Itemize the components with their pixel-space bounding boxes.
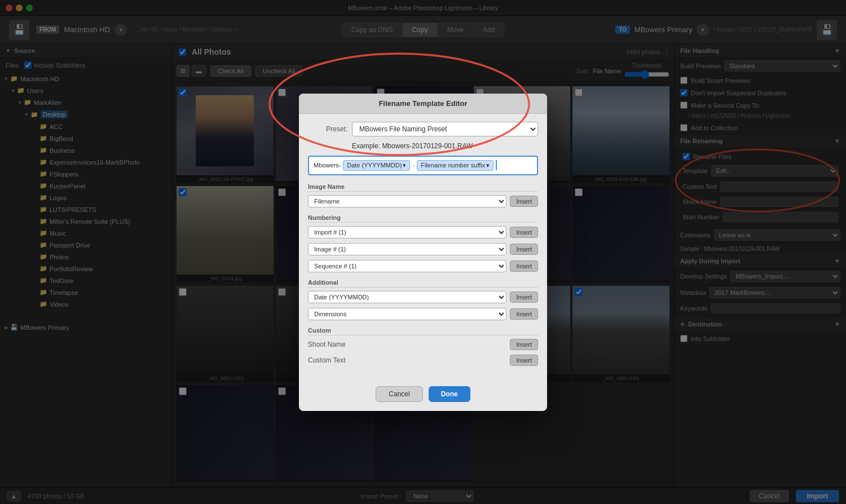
filename-insert-button[interactable]: Insert (510, 196, 538, 207)
token-area[interactable]: Mbowers- Date (YYYYMMDD) ▾ - Filename nu… (308, 156, 538, 175)
token-date-label: Date (YYYYMMDD) (347, 162, 402, 169)
token-filename-suffix[interactable]: Filename number suffix ▾ (417, 160, 493, 171)
modal-done-button[interactable]: Done (429, 386, 470, 402)
cursor (496, 160, 497, 170)
sequence-hash-select[interactable]: Sequence # (1) (308, 260, 506, 272)
shoot-name-row: Shoot Name Insert (308, 339, 538, 350)
custom-text-insert-button[interactable]: Insert (510, 355, 538, 366)
filename-row: Filename Insert (308, 195, 538, 207)
custom-section: Custom Shoot Name Insert Custom Text Ins… (308, 327, 538, 366)
token-mbowers: Mbowers- (314, 162, 341, 169)
modal-preset-select[interactable]: MBowers File Naming Preset (352, 122, 538, 136)
dimensions-select[interactable]: Dimensions (308, 308, 506, 320)
numbering-section: Numbering Import # (1) Insert Image # (1… (308, 214, 538, 272)
import-hash-row: Import # (1) Insert (308, 226, 538, 238)
modal-title: Filename Template Editor (299, 94, 547, 114)
image-hash-row: Image # (1) Insert (308, 243, 538, 255)
token-date-arrow: ▾ (403, 162, 406, 169)
filename-template-editor-modal: Filename Template Editor Preset: MBowers… (299, 94, 547, 411)
import-hash-insert-button[interactable]: Insert (510, 227, 538, 238)
token-suffix-arrow: ▾ (486, 162, 490, 169)
image-hash-select[interactable]: Image # (1) (308, 243, 506, 255)
modal-body: Preset: MBowers File Naming Preset Examp… (299, 114, 547, 381)
custom-text-row: Custom Text Insert (308, 355, 538, 366)
custom-text-label: Custom Text (308, 356, 506, 364)
modal-cancel-button[interactable]: Cancel (376, 386, 422, 402)
token-date[interactable]: Date (YYYYMMDD) ▾ (343, 160, 410, 171)
additional-section: Additional Date (YYYYMMDD) Insert Dimens… (308, 279, 538, 320)
sequence-hash-insert-button[interactable]: Insert (510, 260, 538, 272)
modal-example-value: Mbowers-20170129-001.RAW (382, 142, 473, 150)
dimensions-row: Dimensions Insert (308, 308, 538, 320)
modal-footer: Cancel Done (299, 381, 547, 411)
shoot-name-insert-button[interactable]: Insert (510, 339, 538, 350)
modal-overlay: Filename Template Editor Preset: MBowers… (0, 0, 846, 504)
sequence-hash-row: Sequence # (1) Insert (308, 260, 538, 272)
date-select[interactable]: Date (YYYYMMDD) (308, 291, 506, 303)
custom-title: Custom (308, 327, 538, 335)
modal-preset-row: Preset: MBowers File Naming Preset (308, 122, 538, 136)
modal-example: Example: Mbowers-20170129-001.RAW (308, 142, 538, 150)
date-insert-button[interactable]: Insert (510, 291, 538, 303)
token-suffix-label: Filename number suffix (421, 162, 485, 169)
additional-title: Additional (308, 279, 538, 288)
numbering-title: Numbering (308, 214, 538, 223)
import-hash-select[interactable]: Import # (1) (308, 226, 506, 238)
token-separator: - (412, 162, 415, 169)
image-name-title: Image Name (308, 183, 538, 192)
modal-example-label: Example: (352, 142, 380, 150)
dimensions-insert-button[interactable]: Insert (510, 308, 538, 320)
date-row: Date (YYYYMMDD) Insert (308, 291, 538, 303)
modal-preset-label: Preset: (308, 125, 347, 133)
image-hash-insert-button[interactable]: Insert (510, 244, 538, 255)
filename-select[interactable]: Filename (308, 195, 506, 207)
image-name-section: Image Name Filename Insert (308, 183, 538, 207)
shoot-name-label: Shoot Name (308, 341, 506, 348)
